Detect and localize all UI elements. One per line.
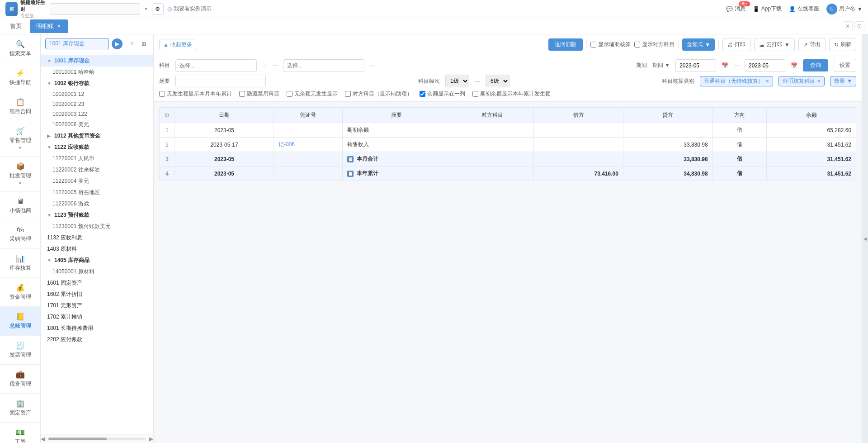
period-end-input[interactable] [745, 59, 785, 72]
print-button[interactable]: 🖨 打印 [722, 38, 750, 51]
sidebar-item-assets[interactable]: 🏢 固定资产 [0, 394, 40, 423]
online-service-button[interactable]: 👤 在线客服 [789, 5, 819, 13]
tree-node-1702[interactable]: 1702 累计摊销 [41, 311, 153, 323]
sidebar-item-invoice[interactable]: 🧾 发票管理 [0, 336, 40, 365]
sidebar-item-wholesale[interactable]: 📦 批发管理 ▼ [0, 157, 40, 192]
search-dropdown-icon[interactable]: ▼ [144, 6, 148, 11]
tree-node-11220005[interactable]: 11220005 所在地区 [41, 187, 153, 198]
cb-hide-disabled[interactable]: 隐藏禁用科目 [239, 90, 279, 98]
tree-node-10020002[interactable]: 10020002 23 [41, 99, 153, 109]
format-button[interactable]: 金额式 ▼ [682, 38, 715, 51]
right-panel-toggle[interactable]: ◀ [862, 34, 868, 443]
col-gear[interactable]: ⚙ [160, 108, 175, 123]
cb-opposite-subject-input[interactable] [345, 91, 351, 97]
tree-expand-icon[interactable]: ⊞ [139, 39, 149, 49]
tree-node-11220001[interactable]: 11220001 人民币 [41, 153, 153, 164]
sidebar-item-inventory[interactable]: 📊 库存核算 [0, 249, 40, 278]
show-aux-calc-input[interactable] [590, 42, 596, 48]
show-opposite-input[interactable] [634, 42, 640, 48]
subject-calc-tag1[interactable]: 普通科目（无特殊核算） ✕ [700, 76, 773, 86]
subject-level-to-select[interactable]: 6级5级4级 [486, 75, 509, 87]
subject-calc-tag2[interactable]: 外币核算科目 ✕ [778, 76, 825, 86]
sidebar-item-retail[interactable]: 🛒 零售管理 ▼ [0, 121, 40, 157]
cloud-print-button[interactable]: ☁ 云打印 ▼ [754, 38, 795, 51]
sidebar-item-search[interactable]: 🔍 搜索菜单 [0, 34, 40, 63]
tree-node-1002[interactable]: ▼ 1002 银行存款 [41, 78, 153, 89]
settings-gear-button[interactable]: ⚙ [152, 3, 164, 15]
subject-calc-tag3[interactable]: 数量 ▼ [830, 76, 856, 86]
tree-node-1701[interactable]: 1701 无形资产 [41, 300, 153, 311]
subject-calc-tag1-close[interactable]: ✕ [765, 79, 769, 84]
sidebar-item-project[interactable]: 📋 项目合同 [0, 92, 40, 121]
show-aux-calc-checkbox[interactable]: 显示辅助核算 [590, 41, 631, 48]
tree-node-1132[interactable]: 1132 应收利息 [41, 232, 153, 243]
sidebar-item-salary[interactable]: 💵 工资 [0, 423, 40, 443]
tree-node-1012[interactable]: ▶ 1012 其他货币资金 [41, 130, 153, 142]
search-input[interactable] [50, 3, 140, 15]
messages-button[interactable]: 💬 消息 99+ [726, 5, 745, 13]
tab-ledger-close[interactable]: ✕ [56, 23, 62, 29]
tree-node-10020001[interactable]: 10020001 12 [41, 89, 153, 99]
cb-no-balance-no-activity-input[interactable] [287, 91, 292, 97]
tree-node-1123[interactable]: ▼ 1123 预付账款 [41, 210, 153, 221]
subject-calc-tag2-close[interactable]: ✕ [817, 79, 821, 84]
tree-node-11230001[interactable]: 11230001 预付账款美元 [41, 221, 153, 232]
tree-selected-account[interactable]: 1001 库存现金 [45, 38, 109, 49]
tree-list-icon[interactable]: ≡ [127, 39, 137, 49]
subject-filter-input[interactable] [175, 59, 257, 72]
tree-node-1122[interactable]: ▼ 1122 应收账款 [41, 142, 153, 153]
period-cal-icon1[interactable]: 📅 [722, 62, 728, 69]
tree-node-1405[interactable]: ▼ 1405 库存商品 [41, 255, 153, 266]
window-restore-button[interactable]: ⊡ [854, 21, 864, 31]
tree-node-1602[interactable]: 1602 累计折旧 [41, 289, 153, 300]
cb-opening-ytd-input[interactable] [472, 91, 478, 97]
cb-opening-ytd[interactable]: 期初余额显示本年累计发生额 [472, 90, 551, 98]
cb-no-balance[interactable]: 无发生额显示本月本年累计 [159, 90, 232, 98]
app-download-button[interactable]: 📱 App下载 [753, 5, 782, 13]
filter-settings-button[interactable]: 设置 [834, 59, 856, 72]
tree-node-11220002[interactable]: 11220002 往来标签 [41, 164, 153, 176]
window-close-button[interactable]: ✕ [843, 21, 853, 31]
sidebar-item-purchase[interactable]: 🛍 采购管理 [0, 220, 40, 249]
tree-node-1403[interactable]: 1403 原材料 [41, 243, 153, 255]
period-cal-icon2[interactable]: 📅 [791, 62, 797, 69]
summary-input[interactable] [175, 75, 266, 87]
demo-link[interactable]: ◎ 我要看实例演示 [167, 5, 212, 13]
export-button[interactable]: ↗ 导出 [798, 38, 826, 51]
refresh-button[interactable]: ↻ 刷新 [829, 38, 856, 51]
tree-node-10020003[interactable]: 10020003 122 [41, 109, 153, 119]
cb-opposite-subject[interactable]: 对方科目（显示辅助项） [345, 90, 412, 98]
voucher-link-2[interactable]: 记-006 [278, 141, 295, 148]
cb-no-balance-input[interactable] [159, 91, 165, 97]
tree-node-1801[interactable]: 1801 长期待摊费用 [41, 323, 153, 334]
search-button[interactable]: 查询 [803, 59, 828, 71]
tree-node-10010001[interactable]: 10010001 哈哈哈 [41, 67, 153, 78]
cb-balance-one-col-input[interactable] [420, 91, 425, 97]
sidebar-item-quicknav[interactable]: ⚡ 快捷导航 [0, 63, 40, 92]
show-opposite-checkbox[interactable]: 显示对方科目 [634, 41, 675, 48]
sidebar-item-ledger[interactable]: 📒 总账管理 [0, 307, 40, 336]
tree-nav-button[interactable]: ▶ [112, 38, 123, 49]
sidebar-item-capital[interactable]: 💰 资金管理 [0, 278, 40, 307]
tab-ledger[interactable]: 明细账 ✕ [30, 19, 68, 33]
tree-node-2202[interactable]: 2202 应付账款 [41, 334, 153, 345]
cb-balance-one-col[interactable]: 余额显示在一列 [420, 90, 465, 98]
cb-no-balance-no-activity[interactable]: 无余额无发生显示 [287, 90, 338, 98]
sidebar-item-tax[interactable]: 💼 税务管理 [0, 365, 40, 394]
cb-hide-disabled-input[interactable] [239, 91, 245, 97]
tree-node-14050001[interactable]: 14050001 原材料 [41, 266, 153, 277]
tree-scroll-left[interactable]: ◀ [41, 436, 45, 442]
tree-node-10020006[interactable]: 10020006 美元 [41, 119, 153, 130]
user-menu-button[interactable]: U 用户名 ▼ [826, 4, 863, 14]
subject-filter-input2[interactable] [283, 59, 364, 72]
tree-node-1601[interactable]: 1601 固定资产 [41, 277, 153, 289]
tab-home[interactable]: 首页 [4, 19, 28, 33]
subject-level-from-select[interactable]: 1级2级3级 [445, 75, 469, 87]
sidebar-item-ecommerce[interactable]: 🖥 小畅电商 [0, 192, 40, 220]
tree-node-11220006[interactable]: 11220006 游戏 [41, 198, 153, 210]
period-type-select[interactable]: 期间 ▼ [652, 62, 670, 69]
return-old-version-button[interactable]: 退回旧版 [548, 38, 583, 51]
tree-node-1001[interactable]: ▼ 1001 库存现金 [41, 55, 153, 67]
period-start-input[interactable] [675, 59, 716, 72]
tree-scroll-right[interactable]: ▶ [149, 436, 153, 442]
